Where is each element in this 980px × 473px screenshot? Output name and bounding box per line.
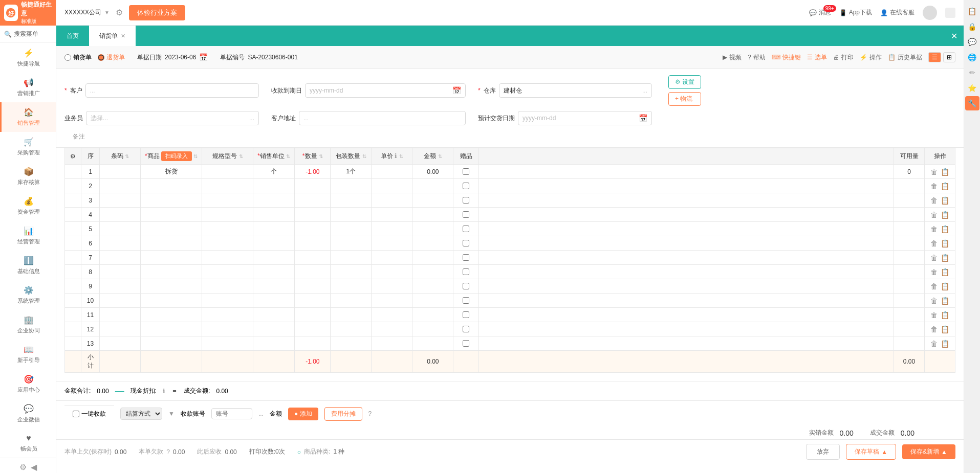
row-spec-cell[interactable]: [202, 251, 253, 265]
qty-sort-icon[interactable]: ⇅: [319, 153, 323, 159]
row-price-cell[interactable]: [372, 279, 412, 294]
add-payment-button[interactable]: ● 添加: [288, 408, 318, 420]
delivery-date-input[interactable]: yyyy-mm-dd 📅: [518, 111, 652, 125]
gift-checkbox[interactable]: [463, 283, 469, 289]
col-unit[interactable]: *销售单位 ⇅: [253, 148, 295, 165]
row-product-cell[interactable]: [141, 251, 202, 265]
row-gift-cell[interactable]: [453, 208, 479, 222]
row-price-cell[interactable]: [372, 251, 412, 265]
col-amount[interactable]: 金额 ⇅: [412, 148, 453, 165]
row-amount-cell[interactable]: [412, 322, 453, 336]
table-row[interactable]: 1 拆货 个 -1.00 1个 0.00 0 🗑 📋: [65, 165, 955, 179]
settings-gear-icon[interactable]: ⚙: [19, 462, 27, 472]
payment-method-select[interactable]: 结算方式: [120, 408, 162, 420]
row-barcode-cell[interactable]: [100, 279, 141, 294]
row-price-cell[interactable]: [372, 165, 412, 179]
sidebar-collapse-icon[interactable]: ◀: [31, 462, 37, 472]
row-qty-cell[interactable]: [295, 322, 331, 336]
row-product-cell[interactable]: [141, 322, 202, 336]
row-price-cell[interactable]: [372, 294, 412, 308]
row-packqty-cell[interactable]: [331, 308, 372, 322]
account-input[interactable]: [211, 408, 252, 419]
online-support-button[interactable]: 👤 在线客服: [880, 8, 914, 17]
radio-sale-input[interactable]: [64, 54, 71, 61]
row-amount-cell[interactable]: [412, 265, 453, 279]
copy-icon[interactable]: 📋: [941, 282, 949, 290]
delete-icon[interactable]: 🗑: [930, 340, 938, 348]
delete-icon[interactable]: 🗑: [930, 211, 938, 219]
price-sort-icon[interactable]: ⇅: [399, 153, 403, 159]
delete-icon[interactable]: 🗑: [930, 254, 938, 262]
sidebar-item-membership[interactable]: ♥ 畅会员: [0, 429, 56, 458]
toolbar-help[interactable]: ? 帮助: [748, 53, 766, 62]
gift-checkbox[interactable]: [463, 211, 469, 218]
delete-icon[interactable]: 🗑: [930, 168, 938, 176]
row-barcode-cell[interactable]: [100, 308, 141, 322]
row-unit-cell[interactable]: [253, 236, 295, 251]
copy-icon[interactable]: 📋: [941, 211, 949, 219]
row-price-cell[interactable]: [372, 236, 412, 251]
row-gift-cell[interactable]: [453, 222, 479, 236]
copy-icon[interactable]: 📋: [941, 182, 949, 190]
delete-icon[interactable]: 🗑: [930, 196, 938, 205]
right-sidebar-star-icon[interactable]: ⭐: [965, 81, 979, 95]
row-packqty-cell[interactable]: [331, 279, 372, 294]
row-amount-cell[interactable]: [412, 294, 453, 308]
row-price-cell[interactable]: [372, 322, 412, 336]
one-click-payment-checkbox[interactable]: [73, 411, 79, 417]
copy-icon[interactable]: 📋: [941, 168, 949, 176]
row-unit-cell[interactable]: [253, 179, 295, 193]
row-packqty-cell[interactable]: [331, 251, 372, 265]
toolbar-print[interactable]: 🖨 打印: [833, 53, 854, 62]
row-spec-cell[interactable]: [202, 308, 253, 322]
discount-info-icon[interactable]: ℹ: [163, 388, 165, 395]
radio-return-order[interactable]: 退货单: [98, 53, 125, 62]
abandon-button[interactable]: 放弃: [806, 444, 840, 460]
radio-sale-order[interactable]: 销货单: [64, 53, 92, 62]
message-button[interactable]: 💬 消息 99+: [809, 8, 831, 17]
row-amount-cell[interactable]: [412, 236, 453, 251]
customer-addr-input[interactable]: ...: [299, 111, 466, 125]
row-unit-cell[interactable]: [253, 251, 295, 265]
right-sidebar-chat-icon[interactable]: 💬: [965, 35, 979, 49]
tab-close-icon[interactable]: ✕: [121, 33, 125, 39]
row-packqty-cell[interactable]: [331, 322, 372, 336]
table-row[interactable]: 7 🗑 📋: [65, 251, 955, 265]
row-qty-cell[interactable]: [295, 179, 331, 193]
row-spec-cell[interactable]: [202, 179, 253, 193]
row-barcode-cell[interactable]: [100, 165, 141, 179]
row-packqty-cell[interactable]: [331, 179, 372, 193]
row-amount-cell[interactable]: [412, 279, 453, 294]
fee-split-button[interactable]: 费用分摊: [324, 407, 362, 421]
gift-checkbox[interactable]: [463, 297, 469, 304]
copy-icon[interactable]: 📋: [941, 311, 949, 319]
row-qty-cell[interactable]: [295, 265, 331, 279]
sidebar-item-basic[interactable]: ℹ️ 基础信息: [0, 251, 56, 280]
row-barcode-cell[interactable]: [100, 208, 141, 222]
row-spec-cell[interactable]: [202, 336, 253, 351]
sidebar-item-quick-nav[interactable]: ⚡ 快捷导航: [0, 43, 56, 73]
row-unit-cell[interactable]: [253, 265, 295, 279]
table-row[interactable]: 10 🗑 📋: [65, 294, 955, 308]
row-packqty-cell[interactable]: [331, 336, 372, 351]
row-packqty-cell[interactable]: 1个: [331, 165, 372, 179]
row-unit-cell[interactable]: [253, 336, 295, 351]
right-sidebar-edit-icon[interactable]: ✏: [965, 65, 979, 80]
row-price-cell[interactable]: [372, 193, 412, 208]
gift-checkbox[interactable]: [463, 240, 469, 246]
row-product-cell[interactable]: [141, 279, 202, 294]
row-barcode-cell[interactable]: [100, 236, 141, 251]
logistics-button[interactable]: + 物流: [668, 92, 701, 106]
table-row[interactable]: 4 🗑 📋: [65, 208, 955, 222]
col-spec[interactable]: 规格型号 ⇅: [202, 148, 253, 165]
toolbar-operation[interactable]: ⚡ 操作: [860, 53, 882, 62]
tab-sale-order[interactable]: 销货单 ✕: [89, 26, 136, 46]
row-packqty-cell[interactable]: [331, 236, 372, 251]
row-amount-cell[interactable]: [412, 308, 453, 322]
gift-checkbox[interactable]: [463, 197, 469, 204]
col-price[interactable]: 单价 ℹ ⇅: [372, 148, 412, 165]
row-gift-cell[interactable]: [453, 165, 479, 179]
payment-dots-icon[interactable]: ...: [258, 410, 264, 417]
gift-checkbox[interactable]: [463, 311, 469, 318]
row-gift-cell[interactable]: [453, 279, 479, 294]
